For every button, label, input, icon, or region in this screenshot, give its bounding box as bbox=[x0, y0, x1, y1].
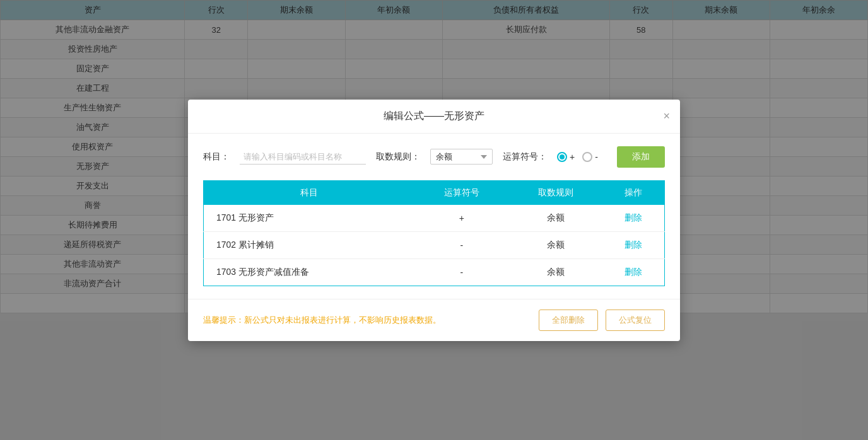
operator-label: 运算符号： bbox=[503, 151, 547, 163]
rule-label: 取数规则： bbox=[376, 151, 420, 163]
rule-select[interactable]: 余额 借方发生额 贷方发生额 bbox=[430, 149, 493, 165]
modal: 编辑公式——无形资产 × 科目： 取数规则： 余额 借方发生额 贷方发生额 运算… bbox=[188, 100, 680, 341]
table-header: 科目 bbox=[204, 180, 415, 205]
reset-button[interactable]: 公式复位 bbox=[606, 310, 665, 331]
table-header: 运算符号 bbox=[414, 180, 508, 205]
add-button[interactable]: 添加 bbox=[617, 146, 665, 168]
cell-rule: 余额 bbox=[508, 258, 602, 286]
delete-link[interactable]: 删除 bbox=[625, 240, 642, 250]
table-row: 1701 无形资产+余额删除 bbox=[204, 205, 665, 232]
cell-subject: 1703 无形资产减值准备 bbox=[204, 258, 415, 286]
footer-buttons: 全部删除 公式复位 bbox=[539, 310, 665, 331]
delete-link[interactable]: 删除 bbox=[625, 212, 642, 223]
footer-hint: 温馨提示：新公式只对未出报表进行计算，不影响历史报表数据。 bbox=[203, 315, 441, 326]
subject-label: 科目： bbox=[203, 151, 230, 163]
delete-link[interactable]: 删除 bbox=[625, 267, 642, 277]
modal-overlay: 编辑公式——无形资产 × 科目： 取数规则： 余额 借方发生额 贷方发生额 运算… bbox=[0, 0, 868, 440]
radio-plus-circle bbox=[557, 152, 567, 162]
modal-close-button[interactable]: × bbox=[663, 110, 670, 122]
operator-radio-group: + - bbox=[557, 152, 598, 162]
cell-rule: 余额 bbox=[508, 205, 602, 232]
cell-operator: + bbox=[414, 205, 508, 232]
delete-all-button[interactable]: 全部删除 bbox=[539, 310, 598, 331]
cell-operator: - bbox=[414, 231, 508, 258]
formula-table: 科目运算符号取数规则操作 1701 无形资产+余额删除1702 累计摊销-余额删… bbox=[203, 180, 665, 286]
subject-input[interactable] bbox=[240, 149, 366, 165]
cell-subject: 1702 累计摊销 bbox=[204, 231, 415, 258]
rule-select-wrap: 余额 借方发生额 贷方发生额 bbox=[430, 149, 493, 165]
cell-action: 删除 bbox=[603, 258, 665, 286]
modal-title: 编辑公式——无形资产 bbox=[384, 110, 484, 121]
operator-minus-radio[interactable]: - bbox=[582, 152, 598, 162]
operator-minus-label: - bbox=[595, 152, 598, 162]
radio-minus-circle bbox=[582, 152, 592, 162]
modal-body: 科目： 取数规则： 余额 借方发生额 贷方发生额 运算符号： + bbox=[188, 134, 680, 299]
form-row: 科目： 取数规则： 余额 借方发生额 贷方发生额 运算符号： + bbox=[203, 146, 665, 168]
table-row: 1702 累计摊销-余额删除 bbox=[204, 231, 665, 258]
cell-action: 删除 bbox=[603, 205, 665, 232]
table-header: 取数规则 bbox=[508, 180, 602, 205]
table-header: 操作 bbox=[603, 180, 665, 205]
cell-subject: 1701 无形资产 bbox=[204, 205, 415, 232]
cell-rule: 余额 bbox=[508, 231, 602, 258]
cell-operator: - bbox=[414, 258, 508, 286]
operator-plus-radio[interactable]: + bbox=[557, 152, 575, 162]
modal-footer: 温馨提示：新公式只对未出报表进行计算，不影响历史报表数据。 全部删除 公式复位 bbox=[188, 299, 680, 341]
table-row: 1703 无形资产减值准备-余额删除 bbox=[204, 258, 665, 286]
cell-action: 删除 bbox=[603, 231, 665, 258]
operator-plus-label: + bbox=[570, 152, 575, 162]
modal-header: 编辑公式——无形资产 × bbox=[188, 100, 680, 134]
